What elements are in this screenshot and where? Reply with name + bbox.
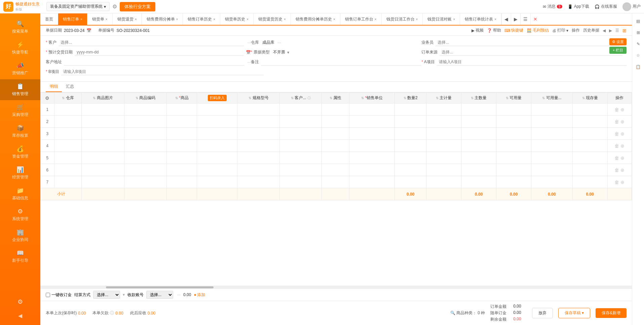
save-new-btn[interactable]: 保存&新增 (596, 308, 627, 318)
close-icon[interactable]: × (106, 17, 108, 21)
tab-sales-return[interactable]: 销货退货 × (113, 13, 142, 25)
right-icon-edit[interactable]: ✎ (633, 39, 643, 49)
close-icon[interactable]: × (416, 17, 418, 21)
delete-icon[interactable]: 🗑 (614, 143, 619, 149)
tab-daily-reconcile[interactable]: 钱货日清对账 × (423, 13, 460, 25)
sidebar-item-quicknav[interactable]: ⚡ 快捷导航 (0, 38, 40, 58)
close-icon[interactable]: × (80, 17, 82, 21)
delete-icon[interactable]: 🗑 (614, 179, 619, 185)
close-icon[interactable]: × (213, 17, 215, 21)
delete-icon[interactable]: 🗑 (614, 131, 619, 136)
customer-dots-btn[interactable]: ··· (248, 40, 251, 45)
scan-btn[interactable]: 扫码录入 (208, 95, 227, 101)
sidebar-item-sales[interactable]: 📋 销售管理 (0, 79, 40, 100)
tab-sales-stats[interactable]: 销售订单统计表 × (460, 13, 501, 25)
tab-sales-invoice[interactable]: 销货单 × (87, 13, 113, 25)
copy-icon[interactable]: ⊕ (620, 179, 624, 185)
copy-icon[interactable]: ⊕ (620, 167, 624, 173)
history-action[interactable]: 历史单据 (583, 28, 599, 33)
delivery-calendar-icon[interactable]: 📅 (246, 50, 251, 55)
discard-btn[interactable]: 放弃 (532, 308, 553, 318)
sidebar-item-operations[interactable]: 📊 经营管理 (0, 163, 40, 184)
tab-expense-history[interactable]: 销售费用分摊单历史 × (291, 13, 340, 25)
right-icon-star[interactable]: ☆ (633, 50, 643, 60)
invoice-chevron-icon[interactable]: ▾ (287, 50, 289, 55)
tab-prev-btn[interactable]: ◀ (501, 13, 511, 25)
calendar-icon[interactable]: 📅 (86, 28, 91, 33)
save-draft-btn[interactable]: 保存草稿 ▾ (558, 308, 590, 318)
tab-next-btn[interactable]: ▶ (511, 13, 520, 25)
right-icon-layout[interactable]: ⊞ (633, 28, 643, 38)
tab-order-workbench[interactable]: 销售订单工作台 × (340, 13, 382, 25)
system-title[interactable]: 装备及固定资产辅助管理系统 ▾ (46, 2, 110, 11)
add-payment-btn[interactable]: ● 添加 (194, 292, 205, 298)
copy-icon[interactable]: ⊕ (620, 107, 624, 112)
sidebar-item-marketing[interactable]: 📣 营销推广 (0, 58, 40, 79)
close-icon[interactable]: × (453, 17, 455, 21)
user-btn[interactable]: 用户 (622, 2, 641, 11)
online-service-btn[interactable]: 🎧 在线客服 (595, 4, 617, 9)
sidebar-item-guide[interactable]: 📖 新手引导 (0, 246, 40, 267)
print-action[interactable]: 🖨 打印 ▾ (552, 28, 568, 33)
copy-icon[interactable]: ⊕ (620, 155, 624, 161)
copy-icon[interactable]: ⊕ (620, 131, 624, 136)
close-icon[interactable]: × (247, 17, 249, 21)
sidebar-item-basic[interactable]: 📁 基础信息 (0, 184, 40, 204)
tab-summary[interactable]: 汇总 (62, 82, 78, 92)
tab-sales-expense[interactable]: 销售费用分摊单 × (142, 13, 183, 25)
fullscreen-icon[interactable]: ⊞ (622, 28, 627, 33)
col-gear[interactable]: ⚙ (41, 93, 54, 104)
add-column-btn[interactable]: + 栏目 (609, 47, 627, 54)
message-btn[interactable]: ✉ 消息 9 (543, 4, 562, 9)
salesman-input[interactable] (435, 39, 620, 46)
sidebar-item-system[interactable]: ⚙ 系统管理 (0, 204, 40, 225)
sidebar-item-purchase[interactable]: 🛒 采购管理 (0, 100, 40, 121)
close-icon[interactable]: × (494, 17, 496, 21)
sidebar-item-finance[interactable]: 💰 资金管理 (0, 142, 40, 163)
delivery-input[interactable] (75, 49, 244, 56)
tab-return-history[interactable]: 销货退货历史 × (254, 13, 291, 25)
prev-record-btn[interactable]: ◀ (603, 28, 606, 33)
close-icon[interactable]: × (375, 17, 377, 21)
sidebar-item-settings[interactable]: ⚙ (0, 295, 40, 310)
close-icon[interactable]: × (135, 17, 137, 21)
order-source-input[interactable] (440, 49, 622, 56)
address-input[interactable] (64, 58, 244, 66)
gear-icon[interactable]: ⚙ (112, 3, 117, 10)
account-select[interactable]: 选择... (146, 291, 173, 299)
tab-detail[interactable]: 明细 (46, 82, 62, 92)
tab-invoice-history[interactable]: 销货单历史 × (220, 13, 254, 25)
sidebar-item-inventory[interactable]: 📦 库存核算 (0, 121, 40, 142)
tab-daily-workbench[interactable]: 钱货日清工作台 × (382, 13, 423, 25)
view-action[interactable]: ▶ 视频 (471, 28, 484, 33)
delete-icon[interactable]: 🗑 (614, 107, 619, 112)
settings-btn[interactable]: ⚙ 设置 (609, 38, 627, 45)
shortcut-action[interactable]: ⌨ 快捷键 (504, 28, 523, 33)
help-action[interactable]: ❓ 帮助 (487, 28, 501, 33)
a-project-input[interactable] (437, 58, 627, 66)
copy-icon[interactable]: ⊕ (620, 119, 624, 124)
b-project-input[interactable] (61, 68, 264, 75)
sidebar-item-search[interactable]: 🔍 搜索菜单 (0, 17, 40, 38)
close-icon[interactable]: × (176, 17, 178, 21)
delete-icon[interactable]: 🗑 (614, 119, 619, 124)
copy-icon[interactable]: ⊕ (620, 143, 624, 149)
sidebar-collapse-btn[interactable]: ◀ (15, 310, 25, 322)
profit-action[interactable]: 🧮 毛利预估 (527, 28, 549, 33)
industry-btn[interactable]: 体验行业方案 (120, 2, 155, 11)
operate-action[interactable]: 操作 (572, 28, 580, 33)
close-icon[interactable]: × (333, 17, 335, 21)
account-dots-btn[interactable]: ··· (177, 292, 181, 297)
sidebar-item-enterprise[interactable]: 🏢 企业协同 (0, 225, 40, 246)
layout-icon[interactable]: ☰ (615, 28, 619, 33)
delete-icon[interactable]: 🗑 (614, 155, 619, 161)
customer-input[interactable] (59, 39, 244, 46)
tab-sales-order-history[interactable]: 销售订单历史 × (183, 13, 220, 25)
one-click-checkbox[interactable]: 一键收订金 (46, 292, 72, 298)
address-dots-btn[interactable]: ··· (248, 60, 251, 65)
tab-close-btn[interactable]: ✕ (530, 13, 540, 25)
warehouse-dots-btn[interactable]: ··· (278, 40, 281, 45)
tab-home[interactable]: 首页 (40, 13, 58, 25)
one-click-checkbox-input[interactable] (46, 293, 50, 297)
right-icon-grid[interactable]: ▤ (633, 16, 643, 26)
